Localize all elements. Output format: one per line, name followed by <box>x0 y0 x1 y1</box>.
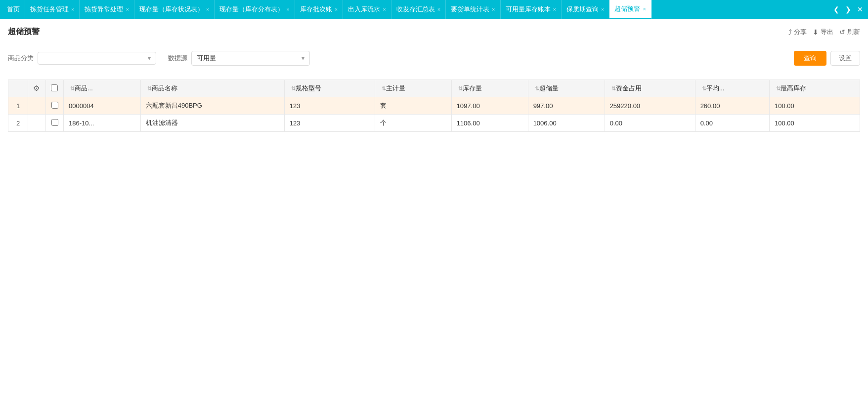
share-button[interactable]: ⤴ 分享 <box>788 28 807 37</box>
data-source-value: 可用量 <box>197 54 216 63</box>
col-sort-product_name: ⇅ <box>147 85 152 91</box>
nav-item-close-2[interactable]: × <box>126 6 129 12</box>
header-actions: ⤴ 分享 ⬇ 导出 ↺ 刷新 <box>788 28 860 37</box>
nav-item-close-10[interactable]: × <box>601 6 604 12</box>
col-header-product_name: ⇅商品名称 <box>140 80 284 97</box>
nav-next-arrow[interactable]: ❯ <box>842 0 854 19</box>
nav-item-close-4[interactable]: × <box>286 6 289 12</box>
col-header-over_stock: ⇅超储量 <box>528 80 605 97</box>
data-source-filter: 数据源 可用量 ▾ <box>168 51 310 66</box>
row-1-spec: 123 <box>284 115 375 132</box>
refresh-label: 刷新 <box>847 28 860 37</box>
col-sort-product_code: ⇅ <box>70 85 75 91</box>
col-sort-capital: ⇅ <box>611 85 616 91</box>
row-1-stock: 1106.00 <box>451 115 528 132</box>
nav-item-label-8: 要货单统计表 <box>451 5 489 14</box>
col-sort-unit: ⇅ <box>382 85 386 91</box>
query-button[interactable]: 查询 <box>794 51 826 66</box>
nav-item-label-5: 库存批次账 <box>300 5 332 14</box>
nav-item-8[interactable]: 要货单统计表× <box>446 0 500 19</box>
nav-item-close-7[interactable]: × <box>437 6 440 12</box>
col-label-stock: 库存量 <box>463 84 482 92</box>
nav-item-close-1[interactable]: × <box>71 6 74 12</box>
nav-item-0[interactable]: 首页 <box>2 0 25 19</box>
col-header-product_code: ⇅商品... <box>64 80 141 97</box>
export-icon: ⬇ <box>813 28 819 36</box>
nav-item-label-0: 首页 <box>7 5 20 14</box>
nav-item-label-7: 收发存汇总表 <box>396 5 435 14</box>
share-label: 分享 <box>794 28 807 37</box>
nav-item-2[interactable]: 拣货异常处理× <box>80 0 134 19</box>
col-header-check[interactable] <box>46 80 64 97</box>
col-label-capital: 资金占用 <box>616 84 642 92</box>
nav-item-label-4: 现存量（库存分布表） <box>219 5 284 14</box>
col-header-max_stock: ⇅最高库存 <box>769 80 860 97</box>
nav-item-1[interactable]: 拣货任务管理× <box>25 0 80 19</box>
row-checkbox-0[interactable] <box>51 102 58 109</box>
nav-item-6[interactable]: 出入库流水× <box>343 0 391 19</box>
nav-item-label-10: 保质期查询 <box>566 5 599 14</box>
table-header: ⚙⇅商品...⇅商品名称⇅规格型号⇅主计量⇅库存量⇅超储量⇅资金占用⇅平均...… <box>8 80 860 97</box>
col-header-settings[interactable]: ⚙ <box>28 80 46 97</box>
col-label-product_code: 商品... <box>75 84 93 92</box>
product-category-select[interactable]: ▾ <box>38 52 156 65</box>
nav-item-5[interactable]: 库存批次账× <box>295 0 343 19</box>
nav-item-close-5[interactable]: × <box>335 6 338 12</box>
row-0-product_code: 0000004 <box>64 97 141 115</box>
select-all-checkbox[interactable] <box>51 84 58 91</box>
row-checkbox-cell-0[interactable] <box>46 97 64 115</box>
nav-item-label-3: 现存量（库存状况表） <box>139 5 204 14</box>
row-0-avg: 260.00 <box>695 97 769 115</box>
nav-prev-arrow[interactable]: ❮ <box>830 0 842 19</box>
page-header: 超储预警 ⤴ 分享 ⬇ 导出 ↺ 刷新 <box>8 27 860 37</box>
nav-item-close-6[interactable]: × <box>383 6 386 12</box>
row-0-spec: 123 <box>284 97 375 115</box>
row-1-over_stock: 1006.00 <box>528 115 605 132</box>
nav-item-label-1: 拣货任务管理 <box>30 5 69 14</box>
row-1-capital: 0.00 <box>605 115 695 132</box>
nav-close-arrow[interactable]: ✕ <box>854 0 866 19</box>
col-header-unit: ⇅主计量 <box>375 80 451 97</box>
filter-area: 商品分类 ▾ 数据源 可用量 ▾ 查询 设置 <box>8 45 860 72</box>
nav-item-close-8[interactable]: × <box>492 6 495 12</box>
gear-icon[interactable]: ⚙ <box>33 84 40 92</box>
row-checkbox-cell-1[interactable] <box>46 115 64 132</box>
settings-button[interactable]: 设置 <box>830 51 860 66</box>
table-body: 10000004六配套新昌490BPG123套1097.00997.002592… <box>8 97 860 132</box>
nav-item-4[interactable]: 现存量（库存分布表）× <box>215 0 295 19</box>
nav-item-close-11[interactable]: × <box>643 6 646 12</box>
row-0-capital: 259220.00 <box>605 97 695 115</box>
col-label-avg: 平均... <box>706 84 725 92</box>
col-header-num <box>8 80 28 97</box>
row-1-unit: 个 <box>375 115 451 132</box>
col-header-avg: ⇅平均... <box>695 80 769 97</box>
col-sort-over_stock: ⇅ <box>535 85 539 91</box>
data-source-label: 数据源 <box>168 54 187 63</box>
refresh-button[interactable]: ↺ 刷新 <box>839 28 860 37</box>
nav-item-11[interactable]: 超储预警× <box>609 0 651 19</box>
row-checkbox-1[interactable] <box>51 119 58 126</box>
row-index-0: 1 <box>8 97 28 115</box>
nav-item-label-2: 拣货异常处理 <box>85 5 123 14</box>
export-button[interactable]: ⬇ 导出 <box>813 28 833 37</box>
page-container: 超储预警 ⤴ 分享 ⬇ 导出 ↺ 刷新 商品分类 ▾ 数据源 <box>0 19 868 395</box>
col-sort-max_stock: ⇅ <box>776 85 781 91</box>
row-0-stock: 1097.00 <box>451 97 528 115</box>
row-settings-1 <box>28 115 46 132</box>
nav-item-close-9[interactable]: × <box>553 6 556 12</box>
nav-item-label-9: 可用量库存账本 <box>506 5 551 14</box>
nav-item-9[interactable]: 可用量库存账本× <box>501 0 562 19</box>
nav-item-3[interactable]: 现存量（库存状况表）× <box>134 0 215 19</box>
nav-item-close-3[interactable]: × <box>206 6 209 12</box>
nav-item-7[interactable]: 收发存汇总表× <box>391 0 446 19</box>
export-label: 导出 <box>821 28 833 37</box>
row-0-over_stock: 997.00 <box>528 97 605 115</box>
row-1-avg: 0.00 <box>695 115 769 132</box>
col-sort-spec: ⇅ <box>291 85 296 91</box>
row-0-unit: 套 <box>375 97 451 115</box>
col-sort-stock: ⇅ <box>458 85 463 91</box>
data-source-select[interactable]: 可用量 ▾ <box>191 51 310 66</box>
nav-item-10[interactable]: 保质期查询× <box>562 0 609 19</box>
row-1-product_name: 机油滤清器 <box>140 115 284 132</box>
data-source-chevron: ▾ <box>302 55 304 62</box>
